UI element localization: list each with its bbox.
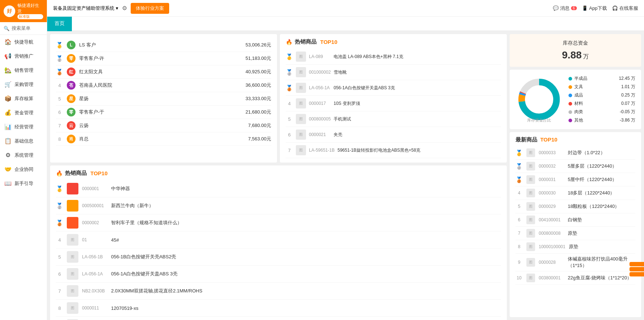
customer-rank-item[interactable]: 7 云 云扬 7,680.00元 (56, 119, 271, 132)
customer-rank-item[interactable]: 4 苍 苍南县人民医院 36,600.00元 (56, 79, 271, 92)
customer-rank-item[interactable]: 8 肖 肖总 7,563.00元 (56, 132, 271, 146)
sidebar-item-finance[interactable]: 💰 资金管理 (0, 106, 47, 120)
service-community-btn[interactable]: 服务社区 (629, 267, 644, 271)
sidebar-item-label: 系统管理 (15, 152, 33, 159)
direct-service-btn[interactable]: 直播 (629, 272, 644, 276)
rank-number: 8 (56, 305, 63, 311)
online-service-btn[interactable]: 🎧 在线客服 (612, 5, 638, 12)
hot-product-item[interactable]: 🥉 0000002 智利车子里（规格不知道填什么） (56, 214, 501, 231)
tab-bar: 首页 (47, 17, 644, 31)
customer-rank-item[interactable]: 🥇 L LS 客户 53,006.26元 (56, 38, 271, 52)
app-badge: 标准版 (17, 14, 43, 19)
experience-btn[interactable]: 体验行业方案 (131, 3, 169, 14)
product-code: NB2.0X30B (82, 288, 107, 294)
customer-rank-item[interactable]: 🥈 零 零售客户-许 51,183.00元 (56, 52, 271, 65)
hot-product-item[interactable]: 4 图 01 45# (56, 231, 501, 249)
product-thumbnail: 图 (296, 145, 306, 155)
customer-rank-item[interactable]: 6 零 零售客户-于 21,680.00元 (56, 106, 271, 119)
top-sale-item[interactable]: 🥈 图 001000002 雪地靴 (286, 65, 501, 80)
newest-product-item[interactable]: 4 图 0000030 18多层（1220*2440） (515, 186, 635, 200)
finance-icon: 💰 (4, 109, 12, 116)
product-code: 000800005 (309, 116, 331, 122)
newest-product-item[interactable]: 🥇 图 0000033 封边带（1.0*22） (515, 146, 635, 160)
hot-product-item[interactable]: 8 图 0000011 12070519-xs (56, 300, 501, 317)
message-icon: 💬 (553, 5, 559, 11)
sidebar-item-system[interactable]: ⚙ 系统管理 (0, 148, 47, 162)
top-sale-item[interactable]: 5 图 000800005 手机测试 (286, 111, 501, 127)
product-name: 45# (111, 237, 501, 243)
sidebar-item-label: 资金管理 (15, 110, 33, 116)
medal-icon: 🥈 (515, 163, 523, 170)
system-title: 装备及固定资产辅助管理系统 (53, 5, 114, 12)
product-name: 原垫 (569, 243, 635, 250)
newest-product-item[interactable]: 5 图 0000029 18颗粒板（1220*2440） (515, 200, 635, 213)
sales-icon: 🏡 (4, 67, 12, 74)
tab-home[interactable]: 首页 (47, 17, 72, 31)
settings-icon[interactable]: ⚙ (122, 5, 127, 12)
product-thumbnail: 图 (296, 114, 306, 124)
rank-number: 5 (515, 204, 523, 209)
sidebar-logo[interactable]: 好 畅捷通好生意 标准版 (0, 0, 47, 22)
hot-product-item[interactable]: 5 图 LA-056-1B 056-1B白色按键开关壳ABS2壳 (56, 249, 501, 266)
top-sale-item[interactable]: 7 图 LA-59651-1B 59651-1B旋转投影灯电池盒ABS黑色+58… (286, 143, 501, 158)
newest-product-item[interactable]: 🥈 图 0000032 5厘多层（1220*2440） (515, 160, 635, 173)
hot-product-item[interactable]: 9 图 KK-SD22110H 花语萌恒温分腿睡袋（厚款） (56, 317, 501, 320)
sidebar-item-marketing[interactable]: 📢 营销推广 (0, 49, 47, 63)
customer-hotline-btn[interactable]: 客服热线 (629, 262, 644, 266)
hot-product-item[interactable]: 7 图 NB2.0X30B 2.0X30MM双搓花轴,搓花直径2.1MM/ROH… (56, 283, 501, 300)
rank-number: 7 (56, 123, 63, 128)
newest-product-item[interactable]: 7 图 000800008 原垫 (515, 227, 635, 240)
top-sale-item[interactable]: 🥇 图 LA-089 电池盖 LA-089 ABS本色+黑种 7.1克 (286, 49, 501, 65)
customer-amount: 7,563.00元 (248, 136, 271, 142)
sidebar-item-cooperation[interactable]: 🤝 企业协同 (0, 162, 47, 176)
hot-product-item[interactable]: 🥇 0000001 中华神器 (56, 180, 501, 197)
sidebar-item-purchase[interactable]: 🛒 采购管理 (0, 77, 47, 91)
inventory-chart: 库存资金占比 半成品 12.45 万 文具 1.01 万 成品 0.25 万 材… (510, 70, 641, 129)
newest-product-item[interactable]: 10 图 003800001 22g鱼豆腐-烧烤味（1*12*20） (515, 271, 635, 285)
medal-icon: 🥉 (286, 85, 293, 91)
app-download-label: App下载 (589, 5, 607, 12)
avatar: 星 (67, 94, 76, 103)
newest-product-item[interactable]: 6 图 004100001 白钢垫 (515, 213, 635, 227)
sidebar-item-inventory[interactable]: 📦 库存核算 (0, 91, 47, 106)
product-thumbnail: 图 (296, 83, 306, 93)
system-icon: ⚙ (4, 152, 12, 159)
product-name: 中华神器 (111, 185, 501, 192)
product-name: 59651-1B旋转投影灯电池盒ABS黑色+58克 (338, 147, 501, 153)
customer-rank-item[interactable]: 🥉 红 红太阳文具 40,925.00元 (56, 65, 271, 79)
sidebar-item-basics[interactable]: 📋 基础信息 (0, 134, 47, 148)
message-btn[interactable]: 💬 消息 6 (553, 5, 577, 12)
legend-name: 其他 (574, 117, 617, 123)
customer-ranking-panel: 🥇 L LS 客户 53,006.26元 🥈 零 零售客户-许 51,183.0… (50, 34, 277, 163)
customer-rank-item[interactable]: 5 星 星扬 33,333.00元 (56, 92, 271, 106)
newest-product-item[interactable]: 🥉 图 0000031 5厘中纤（1220*2440） (515, 173, 635, 186)
sidebar-item-sales[interactable]: 🏡 销售管理 (0, 63, 47, 77)
avatar: L (67, 41, 76, 49)
system-title-dropdown[interactable]: 装备及固定资产辅助管理系统 ▾ (53, 5, 118, 12)
product-name: 智利车子里（规格不知道填什么） (111, 220, 501, 226)
app-download-btn[interactable]: 📱 App下载 (582, 5, 607, 12)
medal-icon: 🥈 (286, 69, 293, 76)
sidebar-item-label: 营销推广 (15, 53, 33, 60)
product-code: 0000028 (539, 260, 564, 265)
customer-amount: 7,680.00元 (248, 122, 271, 129)
hot-product-item[interactable]: 6 图 LA-056-1A 056-1A白色按键开关盖ABS 3壳 (56, 266, 501, 283)
sidebar-item-guide[interactable]: 📖 新手引导 (0, 176, 47, 190)
avatar: 云 (67, 121, 76, 130)
newest-product-item[interactable]: 8 图 10000100001 原垫 (515, 240, 635, 254)
top-sale-item[interactable]: 🥉 图 LA-056-1A 056-1A白色按键开关盖ABS 3克 (286, 80, 501, 96)
top-sale-item[interactable]: 4 图 0000017 10S 变刹罗须 (286, 96, 501, 111)
legend-value: -0.05 万 (620, 109, 635, 115)
product-thumbnail: 图 (526, 162, 535, 171)
hot-product-item[interactable]: 🥈 000500001 新西兰牛肉（新牛） (56, 197, 501, 214)
legend-item: 成品 0.25 万 (568, 92, 635, 98)
sidebar-item-quick-nav[interactable]: 🏠 快捷导航 (0, 35, 47, 49)
top-sale-item[interactable]: 6 图 0000021 夹壳 (286, 127, 501, 143)
sidebar-item-operations[interactable]: 📊 经营管理 (0, 120, 47, 134)
search-menu[interactable]: 🔍 搜索菜单 (0, 22, 47, 35)
rank-number: 6 (286, 132, 293, 138)
rank-number: 4 (515, 190, 523, 196)
newest-product-item[interactable]: 9 图 0000028 体碱嘉核味苏打饮品400毫升（1*15） (515, 254, 635, 271)
legend-name: 材料 (574, 100, 619, 107)
avatar: 肖 (67, 135, 76, 143)
